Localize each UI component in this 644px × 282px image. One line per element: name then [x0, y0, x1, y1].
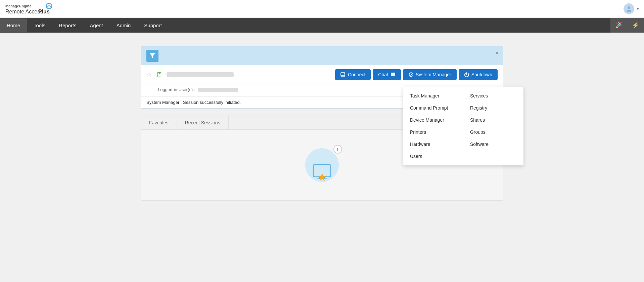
svg-point-10	[394, 74, 394, 75]
nav-bar: Home Tools Reports Agent Admin Support 🚀…	[0, 18, 644, 33]
nav-item-reports[interactable]: Reports	[52, 18, 83, 32]
nav-item-admin[interactable]: Admin	[110, 18, 138, 32]
monitor-icon: 🖥	[156, 71, 163, 79]
lightning-button[interactable]: ⚡	[627, 18, 644, 33]
svg-text:Plus: Plus	[38, 9, 50, 14]
connect-button[interactable]: Connect	[335, 69, 371, 80]
tab-recent-sessions[interactable]: Recent Sessions	[177, 116, 229, 129]
brand-right: ▾	[624, 3, 639, 14]
filter-icon	[146, 50, 158, 62]
manageengine-logo: ManageEngine Remote Access Plus	[5, 3, 52, 15]
menu-item-software[interactable]: Software	[463, 138, 523, 150]
svg-point-9	[393, 74, 393, 75]
nav-left: Home Tools Reports Agent Admin Support	[0, 18, 169, 32]
svg-text:ManageEngine: ManageEngine	[5, 4, 32, 8]
svg-point-8	[392, 74, 392, 75]
avatar[interactable]	[624, 3, 634, 14]
avatar-dropdown-icon[interactable]: ▾	[637, 7, 639, 11]
menu-item-users[interactable]: Users	[403, 150, 463, 162]
device-card: × ☆ 🖥 Connect Chat	[141, 46, 503, 109]
favorite-star-icon[interactable]: ☆	[146, 71, 152, 78]
menu-item-device-manager[interactable]: Device Manager	[403, 114, 463, 126]
menu-item-hardware[interactable]: Hardware	[403, 138, 463, 150]
menu-item-printers[interactable]: Printers	[403, 126, 463, 138]
dropdown-col-1: Task Manager Command Prompt Device Manag…	[403, 87, 463, 165]
svg-text:Remote Access: Remote Access	[5, 9, 43, 14]
chat-button[interactable]: Chat	[373, 69, 401, 80]
menu-item-services[interactable]: Services	[463, 90, 523, 102]
nav-item-support[interactable]: Support	[137, 18, 169, 32]
shutdown-icon	[464, 72, 469, 77]
menu-item-command-prompt[interactable]: Command Prompt	[403, 102, 463, 114]
svg-point-4	[628, 6, 630, 9]
menu-item-groups[interactable]: Groups	[463, 126, 523, 138]
device-name-redacted	[167, 72, 234, 77]
brand-logo: ManageEngine Remote Access Plus	[5, 3, 52, 15]
device-row: ☆ 🖥 Connect Chat	[141, 65, 503, 84]
system-manager-button[interactable]: System Manager	[403, 69, 457, 80]
main-content: × ☆ 🖥 Connect Chat	[0, 33, 644, 268]
nav-item-home[interactable]: Home	[0, 18, 27, 32]
nav-item-agent[interactable]: Agent	[83, 18, 110, 32]
nav-item-tools[interactable]: Tools	[27, 18, 52, 32]
nav-right: 🚀 ⚡	[610, 18, 644, 33]
session-message: System Manager : Session successfully in…	[146, 100, 241, 105]
menu-item-shares[interactable]: Shares	[463, 114, 523, 126]
chat-icon	[390, 72, 396, 77]
logged-in-label: Logged-in User(s) :	[158, 87, 195, 92]
device-card-header: ×	[141, 46, 503, 65]
rocket-button[interactable]: 🚀	[610, 18, 627, 33]
menu-item-registry[interactable]: Registry	[463, 102, 523, 114]
logged-user-redacted	[198, 88, 238, 92]
svg-marker-6	[150, 53, 155, 58]
connect-icon	[340, 72, 346, 77]
system-manager-container: System Manager Task Manager Command Prom…	[403, 69, 457, 80]
svg-point-5	[627, 10, 631, 12]
menu-item-task-manager[interactable]: Task Manager	[403, 90, 463, 102]
empty-state-illustration: ! ★	[300, 143, 344, 187]
action-buttons: Connect Chat	[335, 69, 498, 80]
brand-bar: ManageEngine Remote Access Plus ▾	[0, 0, 644, 18]
dropdown-col-2: Services Registry Shares Groups Software	[463, 87, 523, 165]
system-manager-icon	[408, 72, 414, 77]
shutdown-button[interactable]: Shutdown	[459, 69, 498, 80]
tab-favorites[interactable]: Favorites	[141, 116, 177, 129]
system-manager-dropdown: Task Manager Command Prompt Device Manag…	[403, 87, 524, 165]
close-button[interactable]: ×	[495, 50, 499, 57]
illus-star: ★	[317, 171, 327, 184]
illus-exclamation: !	[333, 145, 342, 154]
